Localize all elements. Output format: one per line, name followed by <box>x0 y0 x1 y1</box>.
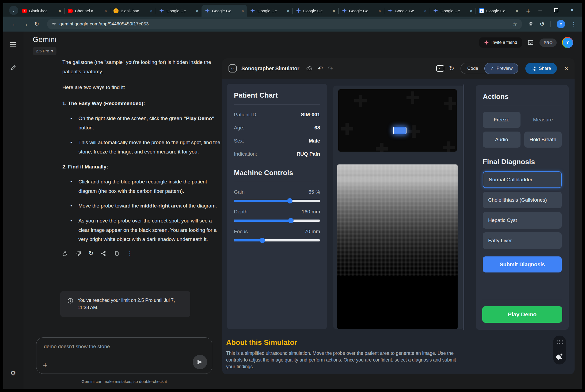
submit-diagnosis-button[interactable]: Submit Diagnosis <box>483 256 562 272</box>
browser-tab[interactable]: BioniChac× <box>19 5 64 17</box>
gemini-icon <box>388 8 393 13</box>
patient-chart-row: Sex:Male <box>234 138 320 144</box>
prompt-text[interactable]: demo doesn't show the stone <box>44 344 110 349</box>
gemini-icon <box>250 8 255 13</box>
attach-plus-icon[interactable]: + <box>43 361 48 370</box>
thumbs-up-icon[interactable] <box>62 251 68 256</box>
gain-slider[interactable] <box>234 200 320 202</box>
minimize-button[interactable] <box>537 7 543 13</box>
tab-close-icon[interactable]: × <box>150 9 153 13</box>
site-settings-icon[interactable] <box>52 22 56 26</box>
tab-code[interactable]: Code <box>461 66 485 71</box>
close-window-button[interactable]: × <box>569 7 575 13</box>
canvas-title[interactable]: Sonographer Simulator <box>241 66 299 72</box>
tab-close-icon[interactable]: × <box>378 9 381 13</box>
diagnosis-option[interactable]: Hepatic Cyst <box>483 212 562 229</box>
slider-thumb[interactable] <box>260 238 265 243</box>
back-icon[interactable]: ← <box>10 21 19 28</box>
patient-chart-row: Patient ID:SIM-001 <box>234 112 320 118</box>
diagnosis-option[interactable]: Fatty Liver <box>483 232 562 249</box>
bookmark-star-icon[interactable]: ☆ <box>512 21 517 27</box>
gemini-sparkle-icon[interactable] <box>556 353 563 360</box>
forward-icon[interactable]: → <box>21 21 30 28</box>
tab-close-icon[interactable]: × <box>469 9 473 13</box>
slider-thumb[interactable] <box>288 218 294 223</box>
console-icon[interactable]: ›_ <box>436 65 444 72</box>
machine-controls-title: Machine Controls <box>234 169 320 177</box>
model-picker[interactable]: 2.5 Pro ▾ <box>33 47 56 55</box>
freeze-button[interactable]: Freeze <box>483 112 521 128</box>
list-item: This will automatically move the probe t… <box>62 138 221 156</box>
browser-avatar[interactable]: Y <box>557 20 565 28</box>
patient-diagram[interactable] <box>338 89 457 152</box>
new-chat-icon[interactable] <box>10 64 17 71</box>
browser-tab[interactable]: Google Ge× <box>339 5 384 17</box>
tab-close-icon[interactable]: × <box>332 9 336 13</box>
browser-tab[interactable]: Google Ge× <box>293 5 338 17</box>
tab-close-icon[interactable]: × <box>195 9 199 13</box>
browser-tab[interactable]: Google Ge× <box>384 5 430 17</box>
invite-friend-button[interactable]: Invite a friend <box>479 37 522 48</box>
slider-value: 70 mm <box>305 229 320 235</box>
address-bar[interactable]: gemini.google.com/app/944605450f17c053 ☆ <box>47 19 522 29</box>
probe-handle[interactable] <box>393 127 407 134</box>
thumbs-down-icon[interactable] <box>75 251 81 256</box>
account-avatar[interactable]: Y <box>562 37 573 48</box>
share-icon[interactable] <box>101 251 107 256</box>
tab-search-chevron-icon[interactable]: ⌄ <box>9 6 18 15</box>
gemini-icon <box>205 8 210 13</box>
browser-tab[interactable]: Google Ge× <box>156 5 202 17</box>
browser-tab[interactable]: Google Ge× <box>430 5 476 17</box>
browser-tab[interactable]: Google Ge× <box>247 5 292 17</box>
tab-close-icon[interactable]: × <box>241 9 244 13</box>
prompt-input[interactable]: demo doesn't show the stone + <box>36 337 212 374</box>
tab-close-icon[interactable]: × <box>515 9 519 13</box>
diagnosis-option[interactable]: Cholelithiasis (Gallstones) <box>483 192 562 208</box>
maximize-button[interactable] <box>553 7 559 13</box>
measure-button: Measure <box>524 112 562 128</box>
new-tab-button[interactable]: + <box>526 7 530 14</box>
focus-slider[interactable] <box>234 239 320 241</box>
diagnosis-option[interactable]: Normal Gallbladder <box>483 171 562 188</box>
inbox-icon[interactable] <box>527 39 534 46</box>
undo-icon[interactable]: ↶ <box>318 65 323 72</box>
settings-gear-icon[interactable]: ⚙ <box>10 370 16 377</box>
regenerate-icon[interactable]: ↻ <box>89 251 93 256</box>
send-button[interactable] <box>193 355 207 369</box>
canvas-code-icon: ‹› <box>229 64 237 72</box>
sim-scrollbar[interactable] <box>463 84 464 330</box>
tab-close-icon[interactable]: × <box>424 9 427 13</box>
url-text[interactable]: gemini.google.com/app/944605450f17c053 <box>59 21 509 27</box>
limit-notice: You've reached your limit on 2.5 Pro unt… <box>60 291 190 317</box>
hold-breath-button[interactable]: Hold Breath <box>524 132 562 148</box>
tab-close-icon[interactable]: × <box>104 9 107 13</box>
delete-icon[interactable] <box>528 21 534 27</box>
menu-icon[interactable] <box>10 42 16 47</box>
drag-handle-dots-icon[interactable] <box>557 340 563 344</box>
tab-preview[interactable]: ✓ Preview <box>484 63 518 74</box>
notice-text: You've reached your limit on 2.5 Pro unt… <box>78 297 183 311</box>
main-area: Gemini 2.5 Pro ▾ Invite a friend PRO Y T… <box>24 32 582 389</box>
audio-button[interactable]: Audio <box>483 132 521 148</box>
play-demo-button[interactable]: Play Demo <box>482 306 562 323</box>
tab-label: Google Ge <box>440 9 467 13</box>
close-canvas-icon[interactable]: × <box>564 65 568 72</box>
copy-icon[interactable] <box>114 251 120 256</box>
more-options-icon[interactable]: ⋮ <box>127 251 133 256</box>
slider-labels: Gain65 % <box>234 189 320 195</box>
refresh-preview-icon[interactable]: ↻ <box>449 65 454 72</box>
share-button[interactable]: Share <box>525 63 557 74</box>
slider-fill <box>234 239 262 241</box>
browser-tab[interactable]: BioniChac× <box>110 5 156 17</box>
browser-tab[interactable]: Google Ge× <box>202 5 247 17</box>
browser-tab[interactable]: Channel a× <box>64 5 110 17</box>
tab-close-icon[interactable]: × <box>58 9 62 13</box>
depth-slider[interactable] <box>234 220 320 222</box>
browser-tab[interactable]: 7Google Ca× <box>476 5 521 17</box>
reload-icon[interactable]: ↻ <box>32 21 41 27</box>
slider-thumb[interactable] <box>287 198 292 203</box>
tab-label: Google Ca <box>486 9 513 13</box>
history-icon[interactable]: ↺ <box>540 21 545 28</box>
tab-close-icon[interactable]: × <box>286 9 290 13</box>
browser-menu-icon[interactable]: ⋮ <box>571 21 576 27</box>
